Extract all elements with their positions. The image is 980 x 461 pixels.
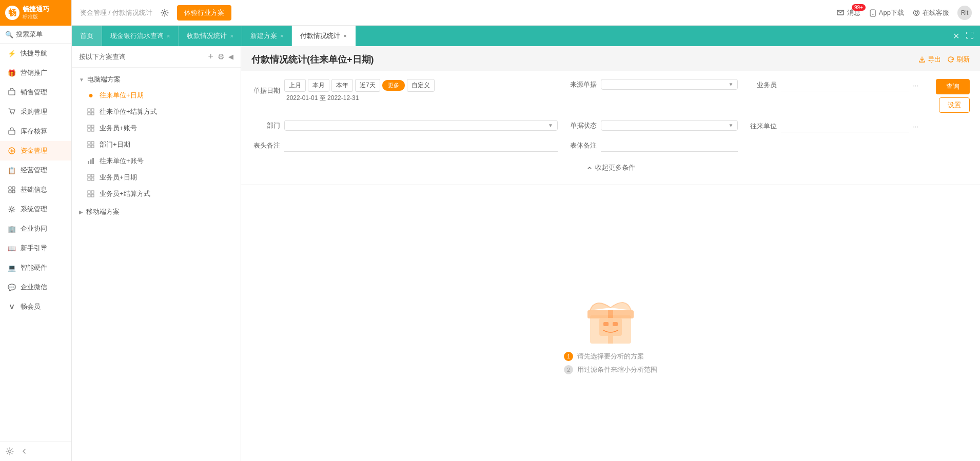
sidebar-collapse-btn[interactable] (19, 447, 29, 456)
sidebar-item-basic-info[interactable]: 基础信息 (0, 180, 71, 199)
trial-btn[interactable]: 体验行业方案 (177, 5, 231, 21)
page-title: 付款情况统计(往来单位+日期) (251, 53, 374, 66)
svg-rect-25 (91, 145, 94, 148)
expand-tabs-btn[interactable]: ⛶ (964, 29, 976, 43)
tab-payment-stat-close[interactable]: × (230, 33, 233, 39)
scheme-group-mobile-label: 移动端方案 (86, 207, 120, 216)
sidebar-item-label: 经营管理 (21, 166, 47, 175)
date-btn-more[interactable]: 更多 (382, 80, 405, 91)
svg-rect-3 (9, 130, 15, 134)
query-btn[interactable]: 查询 (936, 79, 970, 94)
svg-rect-26 (88, 161, 89, 164)
hint-text-1: 请先选择要分析的方案 (577, 352, 644, 361)
collapse-conditions-btn[interactable]: 收起更多条件 (251, 159, 970, 176)
tab-pay-stat-close[interactable]: × (343, 33, 346, 39)
scheme-item-counterpart-date[interactable]: ● 往来单位+日期 (72, 87, 241, 104)
close-all-tabs-btn[interactable]: ✕ (951, 29, 962, 43)
online-service-label: 在线客服 (923, 8, 949, 17)
tab-new-scheme-close[interactable]: × (280, 33, 283, 39)
sidebar-item-member[interactable]: V 畅会员 (0, 297, 71, 316)
scheme-item-staff-account[interactable]: 业务员+账号 (72, 120, 241, 136)
sidebar-item-purchase[interactable]: 采购管理 (0, 102, 71, 122)
tab-pay-stat[interactable]: 付款情况统计 × (292, 26, 355, 46)
counterpart-input[interactable] (781, 120, 909, 132)
staff-more-icon[interactable]: ··· (913, 82, 918, 89)
svg-point-9 (11, 208, 13, 211)
sidebar-item-quick-nav[interactable]: ⚡ 快捷导航 (0, 44, 71, 63)
scheme-item-icon (86, 140, 95, 149)
sidebar-item-label: 系统管理 (21, 205, 47, 214)
logo-text: 畅捷通巧 标准版 (23, 5, 49, 21)
source-select[interactable]: ▼ (601, 79, 738, 90)
svg-rect-7 (9, 190, 11, 193)
app-download-btn[interactable]: App下载 (869, 8, 904, 17)
body-note-input[interactable] (601, 139, 738, 152)
add-scheme-btn[interactable]: + (208, 51, 213, 62)
topbar-left: 资金管理 / 付款情况统计 体验行业方案 (80, 5, 231, 21)
scheme-item-staff-date[interactable]: 业务员+日期 (72, 169, 241, 186)
filter-row-1: 单据日期 上月 本月 本年 近7天 更多 自定义 2022-01-01 至 20… (251, 79, 970, 113)
svg-rect-28 (92, 158, 94, 164)
refresh-btn[interactable]: 刷新 (947, 55, 970, 64)
inventory-icon (7, 127, 16, 136)
scheme-group-desktop-header[interactable]: ▼ 电脑端方案 (72, 72, 241, 87)
hint-text-2: 用过滤条件来缩小分析范围 (577, 365, 657, 374)
set-btn[interactable]: 设置 (939, 97, 970, 113)
sidebar-item-wechat[interactable]: 💬 企业微信 (0, 277, 71, 297)
scheme-item-staff-settle[interactable]: 业务员+结算方式 (72, 186, 241, 202)
chevron-down-icon: ▼ (548, 123, 553, 128)
tab-cash-flow[interactable]: 现金银行流水查询 × (102, 26, 179, 46)
scheme-settings-btn[interactable]: ⚙ (218, 52, 224, 62)
sidebar-item-enterprise[interactable]: 🏢 企业协同 (0, 219, 71, 238)
staff-input[interactable] (781, 79, 909, 91)
tab-payment-stat[interactable]: 收款情况统计 × (179, 26, 242, 46)
docstatus-select[interactable]: ▼ (601, 120, 738, 131)
sidebar-item-marketing[interactable]: 🎁 营销推广 (0, 63, 71, 83)
export-btn[interactable]: 导出 (918, 55, 941, 64)
panel-body: ▼ 电脑端方案 ● 往来单位+日期 往来单位+结算方式 (72, 68, 241, 461)
header-note-input[interactable] (284, 139, 558, 152)
date-btn-this-year[interactable]: 本年 (331, 79, 353, 92)
tab-payment-stat-label: 收款情况统计 (187, 31, 227, 41)
scheme-item-label: 业务员+日期 (100, 173, 137, 182)
scheme-item-label: 业务员+结算方式 (100, 189, 150, 198)
date-btn-7days[interactable]: 近7天 (355, 79, 380, 92)
sidebar-item-inventory[interactable]: 库存核算 (0, 122, 71, 141)
date-btn-this-month[interactable]: 本月 (308, 79, 329, 92)
scheme-item-counterpart-account[interactable]: 往来单位+账号 (72, 153, 241, 169)
tab-home[interactable]: 首页 (72, 26, 102, 46)
sidebar-item-guide[interactable]: 📖 新手引导 (0, 238, 71, 258)
search-menu[interactable]: 🔍 搜索菜单 (0, 26, 71, 44)
scheme-group-mobile-header[interactable]: ▶ 移动端方案 (72, 204, 241, 219)
main: 资金管理 / 付款情况统计 体验行业方案 消息 99+ App下载 在线客服 R… (72, 0, 980, 461)
online-service-btn[interactable]: 在线客服 (912, 8, 949, 17)
date-btn-custom[interactable]: 自定义 (407, 79, 435, 92)
scheme-group-mobile: ▶ 移动端方案 (72, 204, 241, 219)
date-btn-last-month[interactable]: 上月 (284, 79, 306, 92)
sidebar-settings-btn[interactable] (5, 447, 14, 456)
user-avatar[interactable]: Rit (957, 6, 972, 20)
counterpart-more-icon[interactable]: ··· (913, 123, 918, 130)
sidebar-item-label: 营销推广 (21, 68, 47, 77)
sidebar-item-hardware[interactable]: 💻 智能硬件 (0, 258, 71, 277)
breadcrumb: 资金管理 / 付款情况统计 (80, 8, 152, 17)
topbar-settings-btn[interactable] (158, 6, 172, 20)
filter-source-item: 来源单据 ▼ (568, 79, 738, 90)
dept-select[interactable]: ▼ (284, 120, 558, 131)
svg-rect-8 (12, 190, 15, 193)
scheme-item-counterpart-settle[interactable]: 往来单位+结算方式 (72, 104, 241, 120)
sidebar-item-capital[interactable]: 资金管理 (0, 141, 71, 161)
scheme-item-dept-date[interactable]: 部门+日期 (72, 136, 241, 153)
operations-icon: 📋 (7, 166, 16, 175)
sidebar-item-system[interactable]: 系统管理 (0, 199, 71, 219)
tab-cash-flow-close[interactable]: × (167, 33, 170, 39)
tab-new-scheme[interactable]: 新建方案 × (242, 26, 292, 46)
sidebar-item-operations[interactable]: 📋 经营管理 (0, 161, 71, 180)
empty-state: 1 请先选择要分析的方案 2 用过滤条件来缩小分析范围 (241, 185, 980, 461)
sidebar-item-sales[interactable]: 销售管理 (0, 83, 71, 102)
right-content: 付款情况统计(往来单位+日期) 导出 刷新 单据日 (241, 46, 980, 461)
scheme-group-desktop: ▼ 电脑端方案 ● 往来单位+日期 往来单位+结算方式 (72, 72, 241, 202)
scheme-collapse-btn[interactable]: ◀ (228, 53, 233, 61)
message-btn[interactable]: 消息 99+ (836, 8, 860, 17)
scheme-item-icon (86, 173, 95, 182)
